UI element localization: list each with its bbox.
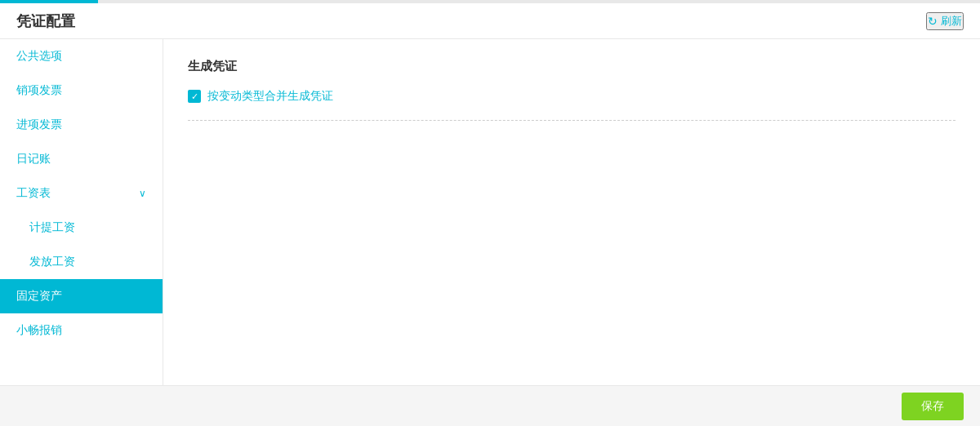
merge-voucher-label[interactable]: 按变动类型合并生成凭证 xyxy=(207,89,333,104)
top-bar xyxy=(0,0,980,3)
sidebar-item-label: 日记账 xyxy=(16,152,51,166)
footer: 保存 xyxy=(0,385,980,426)
divider xyxy=(188,120,956,121)
sidebar-item-label: 计提工资 xyxy=(29,220,75,235)
refresh-button[interactable]: ↻ 刷新 xyxy=(926,12,964,30)
sidebar-item-label: 进项发票 xyxy=(16,118,62,132)
save-button[interactable]: 保存 xyxy=(902,393,964,420)
main-content: 生成凭证 ✓ 按变动类型合并生成凭证 xyxy=(163,39,980,385)
sidebar-item-label: 小畅报销 xyxy=(16,323,62,338)
sidebar-item-expense-reimbursement[interactable]: 小畅报销 xyxy=(0,313,163,348)
sidebar-item-label: 发放工资 xyxy=(29,255,75,269)
sidebar-item-label: 销项发票 xyxy=(16,83,62,98)
sidebar-item-label: 工资表 xyxy=(16,186,51,201)
refresh-icon: ↻ xyxy=(928,15,938,28)
top-bar-active xyxy=(0,0,98,3)
sidebar-item-accrued-payroll[interactable]: 计提工资 xyxy=(0,211,163,245)
sidebar: 公共选项销项发票进项发票日记账工资表∨计提工资发放工资固定资产小畅报销 xyxy=(0,39,163,385)
checkbox-row: ✓ 按变动类型合并生成凭证 xyxy=(188,89,956,104)
merge-voucher-checkbox[interactable]: ✓ xyxy=(188,90,201,103)
body: 公共选项销项发票进项发票日记账工资表∨计提工资发放工资固定资产小畅报销 生成凭证… xyxy=(0,39,980,385)
sidebar-item-purchase-invoice[interactable]: 进项发票 xyxy=(0,108,163,142)
sidebar-item-journal[interactable]: 日记账 xyxy=(0,142,163,176)
chevron-down-icon: ∨ xyxy=(139,188,146,199)
sidebar-item-label: 固定资产 xyxy=(16,289,62,304)
sidebar-item-sales-invoice[interactable]: 销项发票 xyxy=(0,73,163,108)
sidebar-item-label: 公共选项 xyxy=(16,49,62,64)
page-wrapper: 凭证配置 ↻ 刷新 公共选项销项发票进项发票日记账工资表∨计提工资发放工资固定资… xyxy=(0,0,980,426)
sidebar-item-fixed-assets[interactable]: 固定资产 xyxy=(0,279,163,313)
refresh-label: 刷新 xyxy=(941,14,962,29)
sidebar-item-payroll-table[interactable]: 工资表∨ xyxy=(0,176,163,211)
check-mark: ✓ xyxy=(191,92,198,101)
header: 凭证配置 ↻ 刷新 xyxy=(0,3,980,39)
section-title: 生成凭证 xyxy=(188,59,956,74)
sidebar-item-disbursed-payroll[interactable]: 发放工资 xyxy=(0,245,163,279)
sidebar-item-public-options[interactable]: 公共选项 xyxy=(0,39,163,73)
page-title: 凭证配置 xyxy=(16,11,75,31)
